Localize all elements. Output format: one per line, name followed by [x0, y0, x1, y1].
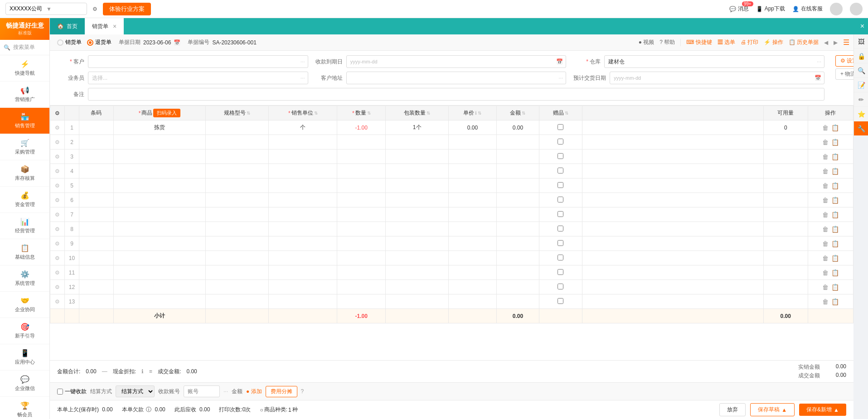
gift-checkbox[interactable] [558, 153, 563, 159]
save-new-button[interactable]: 保存&新增 ▲ [799, 404, 846, 416]
tab-home[interactable]: 🏠 首页 [50, 18, 85, 34]
payment-help-icon[interactable]: ? [301, 388, 304, 395]
row-spec[interactable] [206, 120, 269, 135]
delete-icon[interactable]: 🗑 [822, 269, 829, 276]
copy-icon[interactable]: 📋 [831, 255, 839, 262]
sidebar-item-wechat[interactable]: 💬 企业微信 [0, 371, 49, 397]
nav-prev-icon[interactable]: ◀ [824, 39, 828, 46]
right-icon-edit[interactable]: ✏ [854, 92, 868, 107]
one-click-checkbox[interactable] [57, 389, 63, 395]
right-icon-lock[interactable]: 🔒 [854, 49, 868, 63]
right-icon-star[interactable]: ⭐ [854, 107, 868, 121]
sidebar-item-apps[interactable]: 📱 应用中心 [0, 344, 49, 371]
right-icon-image[interactable]: 🖼 [854, 34, 868, 49]
one-click-payment-checkbox[interactable]: 一键收款 [57, 388, 87, 395]
row-gear[interactable]: ⚙ [50, 120, 65, 135]
save-draft-button[interactable]: 保存草稿 ▲ [750, 403, 795, 416]
right-icon-doc[interactable]: 📝 [854, 78, 868, 92]
warehouse-input[interactable]: 建材仓 ··· [604, 55, 824, 68]
right-icon-tool[interactable]: 🔧 [854, 121, 868, 136]
gift-checkbox[interactable] [558, 197, 563, 202]
gift-checkbox[interactable] [558, 240, 563, 246]
sidebar-item-basics[interactable]: 📋 基础信息 [0, 239, 49, 265]
delete-icon[interactable]: 🗑 [822, 298, 829, 305]
copy-icon[interactable]: 📋 [831, 240, 839, 247]
row-unit-price[interactable]: 0.00 [449, 120, 497, 135]
sidebar-item-member[interactable]: 🏆 畅会员 [0, 397, 49, 419]
select-link[interactable]: ☰ 选单 [718, 39, 735, 46]
delete-icon[interactable]: 🗑 [822, 139, 829, 146]
delete-icon[interactable]: 🗑 [822, 168, 829, 175]
delete-icon[interactable]: 🗑 [822, 255, 829, 262]
row-barcode[interactable] [79, 120, 114, 135]
delivery-date-input[interactable]: yyyy-mm-dd 📅 [610, 72, 824, 84]
print-link[interactable]: 🖨 打印 [741, 39, 758, 46]
delete-icon[interactable]: 🗑 [822, 124, 829, 131]
help-link[interactable]: ? 帮助 [659, 39, 675, 46]
video-link[interactable]: ● 视频 [639, 39, 655, 46]
app-download-button[interactable]: 📱 App下载 [756, 5, 785, 13]
gift-checkbox[interactable] [558, 226, 563, 231]
calc-method-select[interactable]: 结算方式 [116, 385, 155, 397]
delete-icon[interactable]: 🗑 [822, 211, 829, 218]
copy-icon[interactable]: 📋 [831, 182, 839, 189]
scan-btn[interactable]: 扫码录入 [153, 109, 180, 117]
row-quantity[interactable]: -1.00 [337, 120, 386, 135]
gift-checkbox[interactable] [558, 124, 563, 130]
delete-icon[interactable]: 🗑 [822, 153, 829, 160]
abandon-button[interactable]: 放弃 [719, 403, 746, 416]
notes-input[interactable] [88, 88, 824, 101]
sidebar-item-finance[interactable]: 💰 资金管理 [0, 187, 49, 213]
nav-next-icon[interactable]: ▶ [834, 39, 838, 46]
gift-checkbox[interactable] [558, 284, 563, 289]
right-icon-search[interactable]: 🔍 [854, 63, 868, 78]
copy-icon[interactable]: 📋 [831, 197, 839, 204]
payment-date-input[interactable]: yyyy-mm-dd 📅 [346, 55, 567, 68]
row-product[interactable]: 拣货 [113, 120, 205, 135]
sidebar-item-beginner[interactable]: 🎯 新手引导 [0, 318, 49, 344]
discount-help-icon[interactable]: ℹ [141, 368, 144, 375]
sidebar-item-sales[interactable]: 🏪 销售管理 [0, 108, 49, 134]
user-avatar[interactable] [830, 3, 843, 15]
radio-return-order[interactable]: 退货单 [87, 39, 112, 46]
delete-icon[interactable]: 🗑 [822, 240, 829, 247]
ops-link[interactable]: ⚡ 操作 [764, 39, 783, 46]
copy-icon[interactable]: 📋 [831, 153, 839, 160]
sidebar-item-quick-nav[interactable]: ⚡ 快捷导航 [0, 55, 49, 82]
gear-icon[interactable]: ⚙ [55, 110, 60, 116]
sidebar-item-marketing[interactable]: 📢 营销推广 [0, 82, 49, 108]
copy-icon[interactable]: 📋 [831, 284, 839, 291]
customer-address-input[interactable]: ··· [346, 72, 567, 84]
tab-sales-order[interactable]: 销货单 × [85, 18, 124, 34]
copy-icon[interactable]: 📋 [831, 298, 839, 305]
sidebar-item-system[interactable]: ⚙️ 系统管理 [0, 265, 49, 292]
copy-icon[interactable]: 📋 [831, 211, 839, 218]
copy-icon[interactable]: 📋 [831, 124, 839, 131]
sidebar-item-purchase[interactable]: 🛒 采购管理 [0, 134, 49, 160]
expense-split-button[interactable]: 费用分摊 [266, 386, 297, 397]
delete-icon[interactable]: 🗑 [822, 197, 829, 204]
row-unit[interactable]: 个 [269, 120, 337, 135]
gift-checkbox[interactable] [558, 298, 563, 304]
close-window-button[interactable]: × [860, 22, 864, 30]
delete-icon[interactable]: 🗑 [822, 284, 829, 291]
gift-checkbox[interactable] [558, 211, 563, 217]
tab-close-button[interactable]: × [113, 23, 116, 30]
account-input[interactable] [184, 385, 220, 397]
company-selector[interactable]: XXXXXX公司 ▼ [5, 3, 87, 15]
gift-checkbox[interactable] [558, 168, 563, 173]
user-avatar-2[interactable] [850, 3, 863, 15]
sidebar-item-operations[interactable]: 📊 经营管理 [0, 213, 49, 239]
salesman-input[interactable]: 选择... ··· [88, 72, 308, 84]
calendar-icon[interactable]: 📅 [174, 39, 180, 46]
copy-icon[interactable]: 📋 [831, 226, 839, 233]
gift-checkbox[interactable] [558, 182, 563, 188]
row-amount[interactable]: 0.00 [496, 120, 539, 135]
list-view-icon[interactable]: ☰ [843, 38, 849, 47]
header-settings-icon[interactable]: ⚙ [92, 6, 97, 12]
history-link[interactable]: 📋 历史单据 [789, 39, 819, 46]
add-payment-button[interactable]: ● 添加 [246, 388, 262, 395]
sidebar-item-inventory[interactable]: 📦 库存核算 [0, 160, 49, 187]
gift-checkbox[interactable] [558, 269, 563, 275]
online-service-button[interactable]: 👤 在线客服 [792, 5, 823, 13]
